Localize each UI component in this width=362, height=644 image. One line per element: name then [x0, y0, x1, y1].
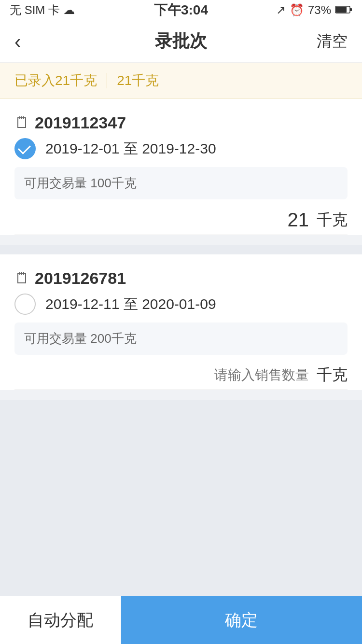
section-divider: [0, 245, 362, 254]
batch-item-1: 🗒 2019112347 2019-12-01 至 2019-12-30 可用交…: [0, 99, 362, 235]
batch1-radio[interactable]: [14, 138, 36, 159]
recorded-value: 21千克: [117, 71, 159, 90]
battery-level: 73%: [308, 3, 331, 17]
batch2-number: 2019126781: [35, 269, 126, 288]
batch1-date: 2019-12-01 至 2019-12-30: [45, 139, 216, 159]
batch1-unit: 千克: [317, 210, 348, 231]
batch1-quantity-row: 千克: [0, 199, 362, 231]
batch1-quantity-input[interactable]: [251, 209, 309, 231]
svg-rect-1: [350, 8, 352, 11]
recorded-amount: 已录入21千克: [14, 71, 97, 90]
batch2-icon: 🗒: [14, 269, 30, 287]
batch2-date-row: 2019-12-11 至 2020-01-09: [14, 294, 348, 315]
batch2-header: 🗒 2019126781: [14, 269, 348, 288]
batch1-underline: [14, 235, 348, 235]
batch1-icon: 🗒: [14, 114, 30, 132]
svg-rect-2: [336, 7, 347, 13]
batch2-unit: 千克: [317, 364, 348, 386]
batch2-date: 2019-12-11 至 2020-01-09: [45, 294, 216, 314]
batch1-number: 2019112347: [35, 113, 126, 132]
batch2-available: 可用交易量 200千克: [14, 322, 348, 355]
confirm-button[interactable]: 确定: [121, 596, 362, 644]
auto-distribute-button[interactable]: 自动分配: [0, 596, 121, 644]
info-bar: 已录入21千克 21千克: [0, 63, 362, 99]
bottom-bar: 自动分配 确定: [0, 596, 362, 644]
sim-status: 无 SIM 卡 ☁: [10, 2, 75, 18]
batch2-underline: [14, 390, 348, 390]
page-title: 录批次: [155, 29, 207, 53]
batch1-date-row: 2019-12-01 至 2019-12-30: [14, 138, 348, 159]
status-bar-time: 下午3:04: [154, 1, 208, 19]
batch2-quantity-row: 千克: [0, 355, 362, 386]
empty-area: [0, 400, 362, 612]
status-bar-right: ↗ ⏰ 73%: [276, 3, 352, 17]
back-button[interactable]: ‹: [14, 32, 21, 51]
status-bar: 无 SIM 卡 ☁ 下午3:04 ↗ ⏰ 73%: [0, 0, 362, 20]
info-divider: [107, 73, 107, 88]
location-icon: ↗: [276, 3, 286, 17]
batch1-header: 🗒 2019112347: [14, 113, 348, 132]
alarm-icon: ⏰: [290, 3, 304, 17]
batch-item-2: 🗒 2019126781 2019-12-11 至 2020-01-09 可用交…: [0, 254, 362, 390]
batch2-quantity-input[interactable]: [164, 367, 309, 383]
nav-bar: ‹ 录批次 清空: [0, 20, 362, 63]
batch1-available: 可用交易量 100千克: [14, 167, 348, 199]
clear-button[interactable]: 清空: [317, 31, 348, 52]
batch2-radio[interactable]: [14, 294, 36, 315]
battery-icon: [335, 3, 352, 17]
status-bar-left: 无 SIM 卡 ☁: [10, 2, 75, 18]
